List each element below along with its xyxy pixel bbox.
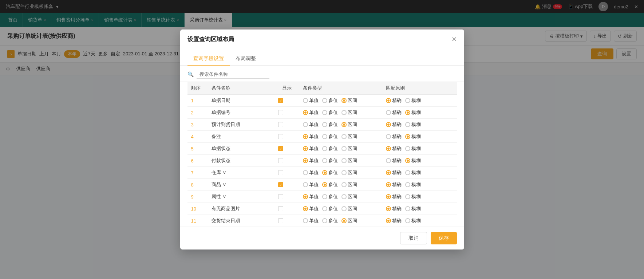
dialog-close-button[interactable]: ✕ bbox=[451, 35, 457, 43]
settings-dialog: 设置查询区域布局 ✕ 查询字段设置 布局调整 🔍 顺序 条件名称 bbox=[180, 30, 464, 75]
tab-layout-adjust-label: 布局调整 bbox=[236, 55, 256, 61]
search-icon: 🔍 bbox=[187, 71, 194, 75]
dialog-tabs: 查询字段设置 布局调整 bbox=[180, 48, 464, 66]
dialog-header: 设置查询区域布局 ✕ bbox=[180, 30, 464, 48]
search-input[interactable] bbox=[197, 70, 269, 75]
dialog-search: 🔍 bbox=[180, 66, 464, 75]
tab-query-fields[interactable]: 查询字段设置 bbox=[187, 52, 230, 66]
tab-layout-adjust[interactable]: 布局调整 bbox=[230, 52, 262, 66]
dialog-title: 设置查询区域布局 bbox=[187, 36, 234, 43]
tab-query-fields-label: 查询字段设置 bbox=[193, 55, 224, 61]
modal-overlay: 设置查询区域布局 ✕ 查询字段设置 布局调整 🔍 顺序 条件名称 bbox=[0, 0, 644, 75]
